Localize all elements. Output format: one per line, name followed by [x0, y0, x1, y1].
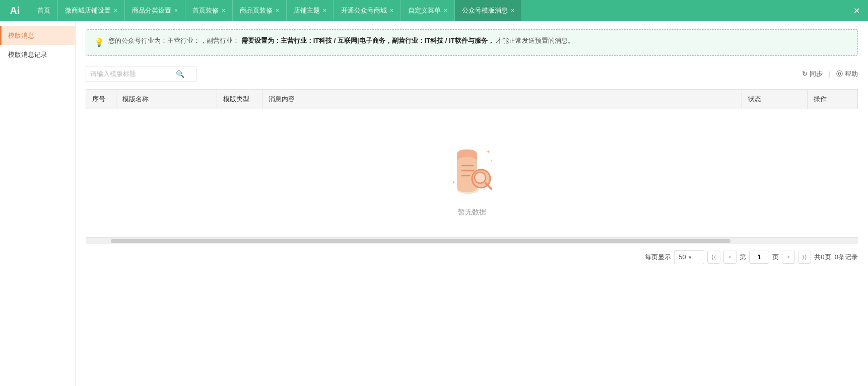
- col-content: 消息内容: [262, 89, 742, 109]
- next-page-button[interactable]: ＞: [782, 251, 795, 264]
- tab-home-decorate[interactable]: 首页装修×: [185, 0, 233, 21]
- tab-bar: Ai 首页微商城店铺设置×商品分类设置×首页装修×商品页装修×店铺主题×开通公众…: [0, 0, 868, 21]
- table-header-row: 序号 模版名称 模版类型 消息内容 状态 操作: [86, 89, 858, 109]
- tab-close-icon[interactable]: ×: [174, 7, 178, 14]
- notice-banner: 💡 您的公众号行业为：主营行业：，副营行业： 需要设置为：主营行业：IT科技 /…: [86, 29, 858, 56]
- empty-illustration: ✦ ✦ ✦: [442, 139, 502, 200]
- col-seq: 序号: [86, 89, 116, 109]
- search-bar: 🔍 ↻ 同步 | ⓪ 帮助: [86, 66, 858, 82]
- sidebar-item-template-msg[interactable]: 模版消息: [0, 26, 75, 45]
- prev-page-button[interactable]: ＜: [723, 251, 737, 264]
- per-page-value: 50: [679, 253, 686, 261]
- notice-text: 您的公众号行业为：主营行业：，副营行业： 需要设置为：主营行业：IT科技 / 互…: [108, 36, 574, 46]
- page-input-wrap: 第 页: [740, 251, 779, 264]
- tab-open-mall[interactable]: 开通公众号商城×: [334, 0, 401, 21]
- svg-text:✦: ✦: [486, 149, 490, 155]
- tab-close-icon[interactable]: ×: [444, 7, 447, 14]
- svg-text:✦: ✦: [452, 180, 455, 185]
- col-status: 状态: [742, 89, 808, 109]
- tab-template-msg[interactable]: 公众号模版消息×: [455, 0, 522, 21]
- tab-close-icon[interactable]: ×: [114, 7, 117, 14]
- page-label-before: 第: [740, 253, 746, 262]
- sync-button[interactable]: ↻ 同步: [802, 69, 823, 79]
- divider: |: [829, 70, 830, 78]
- logo: Ai: [0, 0, 30, 21]
- notice-icon: 💡: [94, 36, 104, 49]
- page-label-after: 页: [772, 253, 779, 262]
- svg-point-5: [475, 172, 486, 183]
- page-input[interactable]: [749, 251, 769, 264]
- last-page-button[interactable]: ⟩⟩: [798, 251, 811, 264]
- tab-product-decorate[interactable]: 商品页装修×: [233, 0, 287, 21]
- help-icon: ⓪: [836, 69, 843, 79]
- scrollbar-thumb[interactable]: [111, 239, 730, 243]
- tab-close-icon[interactable]: ×: [222, 7, 225, 14]
- scrollbar-area: [86, 237, 858, 244]
- per-page-label: 每页显示: [645, 253, 671, 262]
- search-icon[interactable]: 🔍: [176, 70, 184, 78]
- tab-close-icon[interactable]: ×: [276, 7, 279, 14]
- content-area: 💡 您的公众号行业为：主营行业：，副营行业： 需要设置为：主营行业：IT科技 /…: [76, 21, 868, 386]
- tab-close-icon[interactable]: ×: [390, 7, 393, 14]
- empty-text: 暂无数据: [458, 208, 486, 217]
- col-name: 模版名称: [116, 89, 217, 109]
- tab-product-category[interactable]: 商品分类设置×: [125, 0, 185, 21]
- close-all-button[interactable]: ✕: [845, 0, 868, 21]
- tab-close-icon[interactable]: ×: [511, 7, 514, 14]
- help-button[interactable]: ⓪ 帮助: [836, 69, 858, 79]
- first-page-button[interactable]: ⟨⟨: [707, 251, 720, 264]
- search-input-wrap: 🔍: [86, 66, 196, 82]
- col-action: 操作: [808, 89, 858, 109]
- sync-icon: ↻: [802, 70, 808, 78]
- tab-shop-setting[interactable]: 微商城店铺设置×: [58, 0, 125, 21]
- per-page-dropdown-icon: ∨: [688, 254, 692, 260]
- data-table: 序号 模版名称 模版类型 消息内容 状态 操作: [86, 89, 858, 109]
- sidebar-item-template-msg-record[interactable]: 模版消息记录: [0, 45, 75, 64]
- main-layout: 模版消息模版消息记录 💡 您的公众号行业为：主营行业：，副营行业： 需要设置为：…: [0, 21, 868, 386]
- per-page-select[interactable]: 50 ∨: [674, 250, 704, 264]
- notice-highlight: 需要设置为：主营行业：IT科技 / 互联网|电子商务，副营行业：IT科技 / I…: [241, 37, 494, 44]
- svg-text:✦: ✦: [490, 159, 493, 163]
- tab-home[interactable]: 首页: [30, 0, 58, 21]
- empty-state: ✦ ✦ ✦ 暂无数据: [86, 109, 858, 237]
- toolbar-right: ↻ 同步 | ⓪ 帮助: [802, 69, 858, 79]
- sidebar: 模版消息模版消息记录: [0, 21, 76, 386]
- tab-custom-menu[interactable]: 自定义菜单×: [401, 0, 455, 21]
- col-type: 模版类型: [217, 89, 262, 109]
- search-input[interactable]: [90, 70, 176, 78]
- pagination: 每页显示 50 ∨ ⟨⟨ ＜ 第 页 ＞ ⟩⟩ 共0页, 0条记录: [86, 244, 858, 268]
- total-info: 共0页, 0条记录: [814, 253, 858, 262]
- tab-shop-theme[interactable]: 店铺主题×: [287, 0, 334, 21]
- tab-close-icon[interactable]: ×: [323, 7, 326, 14]
